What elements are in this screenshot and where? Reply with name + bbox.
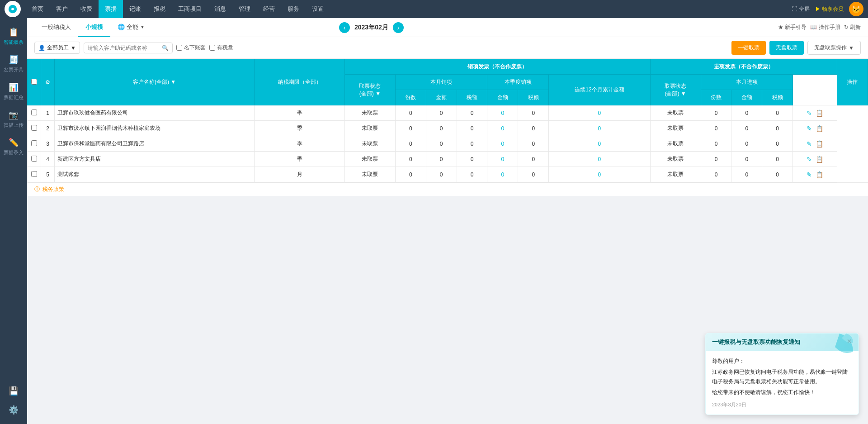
has-tax-disk-checkbox[interactable] xyxy=(209,45,215,51)
logo[interactable] xyxy=(5,1,21,17)
detail-icon-3[interactable]: 📋 xyxy=(816,156,823,163)
select-all-checkbox[interactable] xyxy=(31,79,37,85)
tab-general-taxpayer[interactable]: 一般纳税人 xyxy=(34,18,78,37)
nav-invoice[interactable]: 票据 xyxy=(99,0,123,18)
row-s-m-shares: 0 xyxy=(395,105,426,121)
th-client-name: 客户名称(全部) ▼ xyxy=(55,59,255,105)
sidebar-item-scan-upload[interactable]: 📷 扫描上传 xyxy=(0,105,27,133)
sidebar-item-invoice-summary[interactable]: 📊 票据汇总 xyxy=(0,78,27,105)
filter-icon: 👤 xyxy=(38,45,45,51)
row-tax-period: 季 xyxy=(255,105,345,121)
row-checkbox-1[interactable] xyxy=(31,125,37,131)
my-accounts-checkbox-label[interactable]: 名下账套 xyxy=(176,44,206,52)
row-s-q-amount-link[interactable]: 0 xyxy=(501,110,505,116)
user-avatar[interactable]: 🐱 xyxy=(849,2,863,16)
sidebar-save[interactable]: 💾 xyxy=(9,381,19,400)
row-tax-period: 季 xyxy=(255,136,345,152)
nav-service[interactable]: 服务 xyxy=(281,0,306,18)
row-s-m-shares: 0 xyxy=(395,121,426,136)
th-sales-12m: 连续12个月累计金额 xyxy=(549,75,650,105)
edit-icon-3[interactable]: ✎ xyxy=(807,156,812,163)
has-tax-disk-checkbox-label[interactable]: 有税盘 xyxy=(209,44,233,52)
search-icon[interactable]: 🔍 xyxy=(162,45,169,51)
row-income-status: 未取票 xyxy=(650,152,701,167)
row-s-q-amount-link[interactable]: 0 xyxy=(501,125,505,132)
manual-btn[interactable]: 📖 操作手册 xyxy=(810,24,840,31)
row-i-m-tax: 0 xyxy=(762,152,793,167)
row-i-m-shares: 0 xyxy=(701,121,731,136)
th-tax-period: 纳税期限（全部） xyxy=(255,59,345,105)
row-checkbox-cell xyxy=(28,152,41,167)
th-sales-monthly: 本月销项 xyxy=(395,75,487,90)
nav-settings[interactable]: 设置 xyxy=(306,0,330,18)
edit-icon-2[interactable]: ✎ xyxy=(807,140,812,148)
row-checkbox-4[interactable] xyxy=(31,171,37,177)
fullscreen-btn[interactable]: ⛶ 全屏 xyxy=(792,5,809,13)
bottom-bar[interactable]: ⓘ 税务政策 xyxy=(27,182,868,196)
detail-icon-2[interactable]: 📋 xyxy=(816,140,823,148)
row-checkbox-2[interactable] xyxy=(31,140,37,146)
row-s-12m-link[interactable]: 0 xyxy=(598,110,601,116)
sidebar-item-invoice-open[interactable]: 🧾 发票开具 xyxy=(0,50,27,78)
row-s-m-tax: 0 xyxy=(457,152,487,167)
sidebar-item-scan-upload-label: 扫描上传 xyxy=(4,122,24,129)
row-s-q-amount-link[interactable]: 0 xyxy=(501,141,505,147)
nav-message[interactable]: 消息 xyxy=(208,0,232,18)
employee-filter[interactable]: 👤 全部员工 ▼ xyxy=(34,42,80,54)
row-s-12m-link[interactable]: 0 xyxy=(598,125,601,132)
refresh-btn[interactable]: ↻ 刷新 xyxy=(844,24,861,31)
edit-icon-4[interactable]: ✎ xyxy=(807,171,812,178)
nav-bookkeeping[interactable]: 记账 xyxy=(123,0,147,18)
prev-month-btn[interactable]: ‹ xyxy=(339,22,350,33)
row-s-12m-link[interactable]: 0 xyxy=(598,172,601,178)
row-no: 2 xyxy=(41,121,55,136)
no-disk-ticket-btn[interactable]: 无盘取票 xyxy=(769,41,804,55)
detail-icon-1[interactable]: 📋 xyxy=(816,125,823,132)
sidebar-item-invoice-summary-label: 票据汇总 xyxy=(4,94,24,101)
row-s-q-tax: 0 xyxy=(518,167,549,182)
sidebar-gear[interactable]: ⚙️ xyxy=(9,400,19,419)
search-input[interactable] xyxy=(88,45,160,51)
th-sales-quarterly: 本季度销项 xyxy=(487,75,549,90)
row-checkbox-cell xyxy=(28,121,41,136)
nav-home[interactable]: 首页 xyxy=(25,0,50,18)
row-s-q-amount-link[interactable]: 0 xyxy=(501,156,505,162)
tab-small-scale[interactable]: 小规模 xyxy=(78,18,110,37)
th-income-group: 进项发票（不合作废票） xyxy=(650,59,837,75)
row-s-12m: 0 xyxy=(549,167,650,182)
row-s-12m-link[interactable]: 0 xyxy=(598,141,601,147)
row-checkbox-0[interactable] xyxy=(31,110,37,115)
nav-customer[interactable]: 客户 xyxy=(50,0,74,18)
nav-billing[interactable]: 收费 xyxy=(74,0,99,18)
row-checkbox-3[interactable] xyxy=(31,156,37,162)
row-s-12m-link[interactable]: 0 xyxy=(598,156,601,162)
row-s-m-tax: 0 xyxy=(457,136,487,152)
tab-all[interactable]: 🌐 全能 ▼ xyxy=(110,18,152,37)
sidebar-item-smart-ticket[interactable]: 📋 智能取票 xyxy=(0,23,27,50)
nav-tax[interactable]: 报税 xyxy=(147,0,172,18)
row-tax-period: 季 xyxy=(255,121,345,136)
my-accounts-checkbox[interactable] xyxy=(176,45,182,51)
next-month-btn[interactable]: › xyxy=(393,22,404,33)
row-checkbox-cell xyxy=(28,136,41,152)
edit-icon-0[interactable]: ✎ xyxy=(807,110,812,117)
table-row: 4 新建区方方文具店 季 未取票 0 0 0 0 0 0 未取票 0 0 0 ✎… xyxy=(28,152,868,167)
new-guide-btn[interactable]: ★ 新手引导 xyxy=(778,24,807,31)
nav-manage[interactable]: 管理 xyxy=(232,0,257,18)
row-s-m-shares: 0 xyxy=(395,167,426,182)
th-s-m-shares: 份数 xyxy=(395,90,426,105)
tax-policy-link[interactable]: 税务政策 xyxy=(42,186,64,193)
member-btn[interactable]: ▶ 畅享会员 xyxy=(815,5,844,13)
sidebar-item-ticket-input[interactable]: ✏️ 票据录入 xyxy=(0,133,27,161)
nav-operation[interactable]: 经营 xyxy=(257,0,281,18)
one-click-ticket-btn[interactable]: 一键取票 xyxy=(731,41,766,55)
invoice-open-icon: 🧾 xyxy=(9,55,19,65)
detail-icon-4[interactable]: 📋 xyxy=(816,171,823,178)
detail-icon-0[interactable]: 📋 xyxy=(816,110,823,117)
ops-dropdown-icon: ▼ xyxy=(849,45,854,51)
edit-icon-1[interactable]: ✎ xyxy=(807,125,812,132)
nav-business[interactable]: 工商项目 xyxy=(172,0,208,18)
no-disk-ops-btn[interactable]: 无盘取票操作 ▼ xyxy=(807,41,861,55)
row-s-q-amount-link[interactable]: 0 xyxy=(501,172,505,178)
row-sales-status: 未取票 xyxy=(345,121,396,136)
